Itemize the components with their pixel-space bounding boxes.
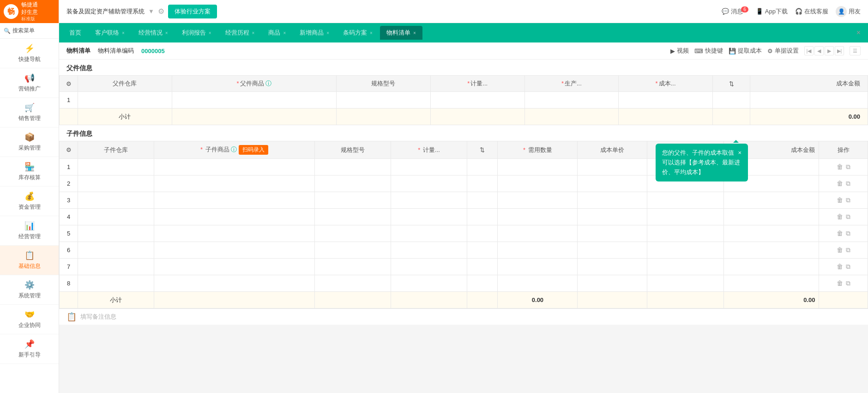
tab-product-close[interactable]: × — [283, 30, 286, 36]
tab-new-product[interactable]: 新增商品 × — [293, 26, 336, 40]
delete-icon-4[interactable]: 🗑 — [837, 213, 843, 221]
parent-col-settings[interactable]: ⚙ — [60, 76, 78, 92]
sidebar-item-system[interactable]: ⚙️ 系统管理 — [0, 275, 59, 305]
tab-profit-close[interactable]: × — [209, 30, 211, 36]
grid-view-btn[interactable]: ☰ — [850, 46, 861, 55]
child-info-icon: ⓘ — [231, 146, 237, 153]
doc-settings-btn[interactable]: ⚙ 单据设置 — [767, 47, 799, 55]
tab-bom-close[interactable]: × — [413, 30, 416, 36]
delete-icon-5[interactable]: 🗑 — [837, 230, 843, 237]
search-menu[interactable]: 🔍 搜索菜单 — [0, 23, 59, 39]
tab-history-close[interactable]: × — [252, 30, 255, 36]
copy-icon-8[interactable]: ⧉ — [846, 279, 850, 287]
delete-icon-6[interactable]: 🗑 — [837, 246, 843, 254]
sidebar-item-basic-info[interactable]: 📋 基础信息 — [0, 246, 59, 275]
tab-customer[interactable]: 客户联络 × — [89, 26, 131, 40]
child-col-settings[interactable]: ⚙ — [60, 141, 78, 159]
parent-row-1-cost[interactable] — [619, 92, 713, 109]
child-row-1-warehouse[interactable] — [78, 159, 154, 175]
child-row-1-unit-cost[interactable] — [578, 159, 647, 175]
copy-icon-3[interactable]: ⧉ — [846, 196, 850, 204]
parent-row-1: 1 — [60, 92, 868, 109]
delete-icon-2[interactable]: 🗑 — [837, 180, 843, 187]
child-col-sort: ⇅ — [467, 141, 498, 159]
settings-col-icon: ⚙ — [66, 80, 72, 87]
page-close-btn[interactable]: × — [853, 29, 864, 37]
settings-icon2: ⚙ — [767, 48, 773, 54]
sidebar-item-operations[interactable]: 📊 经营管理 — [0, 216, 59, 246]
delete-icon-7[interactable]: 🗑 — [837, 263, 843, 271]
dropdown-icon[interactable]: ▼ — [148, 8, 154, 15]
nav-last[interactable]: ▶| — [835, 46, 844, 55]
child-row-1-unit[interactable] — [391, 159, 467, 175]
try-btn[interactable]: 体验行业方案 — [168, 5, 217, 18]
tab-history[interactable]: 经营历程 × — [219, 26, 261, 40]
copy-icon-1[interactable]: ⧉ — [846, 163, 850, 171]
child-col-action: 操作 — [819, 141, 868, 159]
bottom-icon[interactable]: 📋 — [66, 312, 77, 322]
copy-icon-2[interactable]: ⧉ — [846, 180, 850, 187]
tooltip-close-btn[interactable]: × — [738, 148, 741, 158]
inventory-icon: 🏪 — [24, 162, 35, 172]
tab-bom[interactable]: 物料清单 × — [380, 26, 422, 40]
sidebar-item-quick-nav[interactable]: ⚡ 快捷导航 — [0, 39, 59, 68]
online-service-btn[interactable]: 🎧 在线客服 — [795, 7, 828, 16]
message-btn[interactable]: 💬 消息 6 — [722, 7, 748, 16]
parent-row-1-product[interactable] — [172, 92, 336, 109]
child-row-7: 7 🗑⧉ — [60, 259, 868, 275]
child-row-6: 6 🗑⧉ — [60, 242, 868, 259]
settings-icon[interactable]: ⚙ — [158, 7, 164, 16]
child-row-2-warehouse[interactable] — [78, 175, 154, 192]
copy-icon-5[interactable]: ⧉ — [846, 230, 850, 237]
basic-info-icon: 📋 — [24, 250, 35, 260]
user-btn[interactable]: 👤 用友 — [836, 6, 861, 17]
tab-barcode-close[interactable]: × — [370, 30, 373, 36]
app-logo: 畅 畅捷通 好生意 标准版 — [0, 0, 59, 23]
delete-icon-1[interactable]: 🗑 — [837, 163, 843, 171]
parent-row-1-prod[interactable] — [524, 92, 619, 109]
nav-next[interactable]: ▶ — [825, 46, 834, 55]
copy-icon-4[interactable]: ⧉ — [846, 213, 850, 221]
video-icon: ▶ — [670, 48, 675, 54]
child-row-1-qty[interactable] — [498, 159, 578, 175]
sidebar-item-inventory[interactable]: 🏪 库存核算 — [0, 157, 59, 187]
delete-icon-8[interactable]: 🗑 — [837, 279, 843, 287]
copy-icon-7[interactable]: ⧉ — [846, 263, 850, 271]
video-btn[interactable]: ▶ 视频 — [670, 47, 689, 55]
tab-customer-close[interactable]: × — [122, 30, 125, 36]
child-row-1-product[interactable] — [154, 159, 314, 175]
tab-operations-close[interactable]: × — [165, 30, 168, 36]
extract-cost-btn[interactable]: 💾 提取成本 — [729, 47, 762, 55]
copy-icon-6[interactable]: ⧉ — [846, 246, 850, 254]
page-name: 物料清单 — [66, 47, 90, 55]
bottom-hint[interactable]: 填写备注信息 — [80, 313, 116, 321]
shortcut-btn[interactable]: ⌨ 快捷键 — [694, 47, 723, 55]
tab-home[interactable]: 首页 — [63, 26, 88, 40]
sidebar-item-guide[interactable]: 📌 新手引导 — [0, 334, 59, 364]
nav-prev[interactable]: ◀ — [814, 46, 824, 55]
tab-barcode[interactable]: 条码方案 × — [337, 26, 379, 40]
cooperation-icon: 🤝 — [24, 309, 35, 320]
parent-table: ⚙ 父件仓库 *父件商品 ⓘ 规格型号 — [59, 75, 868, 125]
child-row-2-product[interactable] — [154, 175, 314, 192]
parent-col-product: *父件商品 ⓘ — [172, 76, 336, 92]
sidebar-item-finance[interactable]: 💰 资金管理 — [0, 187, 59, 216]
tab-product[interactable]: 商品 × — [262, 26, 292, 40]
sidebar-item-sales[interactable]: 🛒 销售管理 — [0, 98, 59, 127]
delete-icon-3[interactable]: 🗑 — [837, 196, 843, 204]
scan-input-btn[interactable]: 扫码录入 — [239, 145, 268, 155]
tab-profit[interactable]: 利润报告 × — [175, 26, 218, 40]
download-icon: 📱 — [756, 8, 763, 15]
sidebar-item-marketing[interactable]: 📢 营销推广 — [0, 68, 59, 98]
tab-new-product-close[interactable]: × — [326, 30, 329, 36]
parent-row-1-warehouse[interactable] — [78, 92, 172, 109]
app-download-btn[interactable]: 📱 App下载 — [756, 7, 788, 16]
nav-first[interactable]: |◀ — [804, 46, 814, 55]
header-right: 💬 消息 6 📱 App下载 🎧 在线客服 👤 用友 — [722, 6, 861, 17]
sidebar-item-cooperation[interactable]: 🤝 企业协同 — [0, 305, 59, 334]
tab-operations[interactable]: 经营情况 × — [132, 26, 175, 40]
main-area: 装备及固定资产辅助管理系统 ▼ ⚙ 体验行业方案 💬 消息 6 📱 App下载 … — [59, 0, 868, 393]
parent-row-1-unit[interactable] — [430, 92, 524, 109]
sidebar-item-purchase[interactable]: 📦 采购管理 — [0, 127, 59, 157]
parent-col-cost: *成本... — [619, 76, 713, 92]
